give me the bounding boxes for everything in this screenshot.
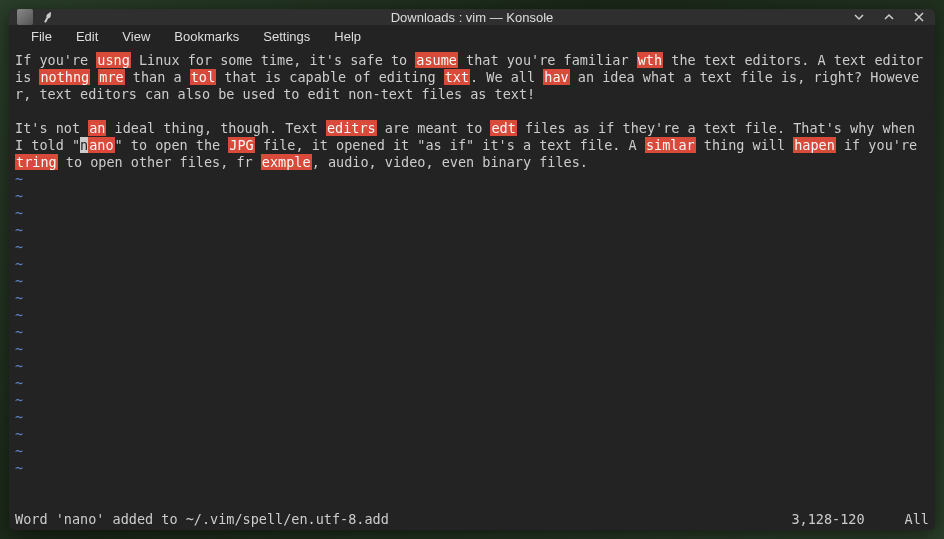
text-run: that is capable of editing — [216, 69, 444, 85]
spell-error: exmple — [261, 154, 312, 170]
spell-error: hapen — [793, 137, 836, 153]
menu-bookmarks[interactable]: Bookmarks — [162, 25, 251, 48]
menu-edit[interactable]: Edit — [64, 25, 110, 48]
spell-error: tol — [190, 69, 216, 85]
menu-file[interactable]: File — [19, 25, 64, 48]
text-run: Linux for some time, it's safe to — [131, 52, 415, 68]
text-run: , audio, video, even binary files. — [312, 154, 588, 170]
cursor: n — [80, 137, 88, 153]
text-run: If you're — [15, 52, 96, 68]
editor-content: If you're usng Linux for some time, it's… — [15, 52, 931, 170]
spell-error: ano — [88, 137, 114, 153]
cursor-position: 3,128-120 — [791, 511, 864, 528]
scroll-indicator: All — [905, 511, 929, 528]
maximize-button[interactable] — [881, 9, 897, 25]
text-run: . We all — [470, 69, 543, 85]
text-run: ideal thing, though. Text — [106, 120, 325, 136]
empty-line-tildes: ~ ~ ~ ~ ~ ~ ~ ~ ~ ~ ~ ~ ~ ~ ~ ~ ~ ~ — [15, 171, 23, 476]
pin-icon[interactable] — [41, 10, 55, 24]
spell-error: wth — [637, 52, 663, 68]
titlebar[interactable]: Downloads : vim — Konsole — [9, 9, 935, 25]
status-message: Word 'nano' added to ~/.vim/spell/en.utf… — [15, 511, 389, 528]
menu-view[interactable]: View — [110, 25, 162, 48]
spell-error: asume — [415, 52, 458, 68]
minimize-button[interactable] — [851, 9, 867, 25]
menu-settings[interactable]: Settings — [251, 25, 322, 48]
spell-error: tring — [15, 154, 58, 170]
spell-error: usng — [96, 52, 131, 68]
close-button[interactable] — [911, 9, 927, 25]
spell-error: simlar — [645, 137, 696, 153]
app-icon — [17, 9, 33, 25]
text-run: are meant to — [377, 120, 491, 136]
text-run: file, it opened it "as if" it's a text f… — [255, 137, 645, 153]
spell-error: JPG — [228, 137, 254, 153]
text-run: if you're — [836, 137, 925, 153]
text-run: to open other files, fr — [58, 154, 261, 170]
window-title: Downloads : vim — Konsole — [391, 10, 554, 25]
text-run: that you're familiar — [458, 52, 637, 68]
window-controls — [851, 9, 927, 25]
spell-error: txt — [444, 69, 470, 85]
spell-error: hav — [543, 69, 569, 85]
konsole-window: Downloads : vim — Konsole File Edit View… — [9, 9, 935, 530]
spell-error: editrs — [326, 120, 377, 136]
titlebar-left — [17, 9, 55, 25]
terminal-viewport[interactable]: If you're usng Linux for some time, it's… — [9, 48, 935, 530]
menubar: File Edit View Bookmarks Settings Help — [9, 25, 935, 48]
menu-help[interactable]: Help — [322, 25, 373, 48]
text-run: " to open the — [115, 137, 229, 153]
spell-error: an — [88, 120, 106, 136]
text-run: It's not — [15, 120, 88, 136]
spell-error: mre — [98, 69, 124, 85]
text-run: thing will — [696, 137, 794, 153]
spell-error: nothng — [39, 69, 90, 85]
text-run: than a — [125, 69, 190, 85]
vim-status-line: Word 'nano' added to ~/.vim/spell/en.utf… — [15, 511, 929, 528]
spell-error: edt — [490, 120, 516, 136]
